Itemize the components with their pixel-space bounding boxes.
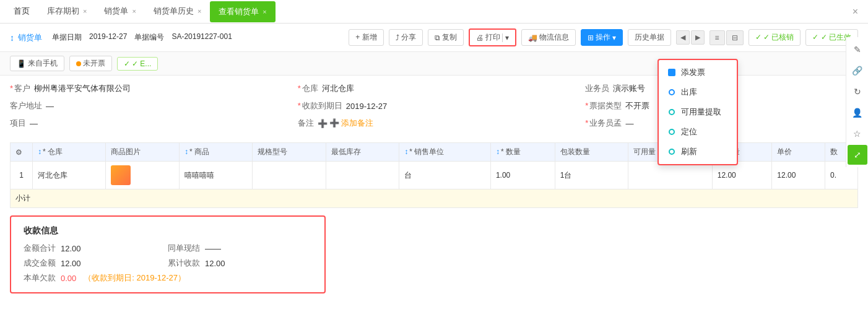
tab-sales-history[interactable]: 销货单历史 × (145, 1, 210, 23)
tab-home[interactable]: 首页 (5, 1, 38, 23)
grid-icon: ⊞ (588, 33, 594, 42)
salesperson-label: *业务员孟 (585, 118, 622, 129)
cumulative-payment-value: 12.00 (205, 259, 225, 268)
sidebar-edit-icon[interactable]: ✎ (848, 40, 867, 59)
prev-button[interactable]: ◀ (676, 30, 690, 45)
view-buttons: ≡ ⊟ (710, 30, 744, 45)
dropdown-add-invoice[interactable]: 添发票 (659, 63, 737, 82)
logistics-button[interactable]: 🚚 物流信息 (521, 29, 576, 46)
dropdown-locate[interactable]: 定位 (659, 122, 737, 142)
cancelled-button[interactable]: ✓ ✓ 已核销 (749, 29, 801, 46)
close-sales-order[interactable]: × (132, 7, 136, 15)
row-unit-price: 12.00 (772, 162, 825, 189)
copy-icon: ⧉ (435, 33, 440, 42)
ticket-type-value: 不开票 (625, 100, 649, 111)
from-phone-button[interactable]: 📱 来自手机 (10, 56, 64, 71)
col-product-img: 商品图片 (106, 143, 179, 162)
ship-out-icon (667, 88, 676, 97)
print-icon: 🖨 (476, 33, 484, 42)
row-product: 嘻嘻嘻嘻 (179, 162, 252, 189)
sidebar-star-icon[interactable]: ☆ (848, 124, 867, 144)
global-close-button[interactable]: × (848, 6, 863, 17)
ticket-type-label: *票据类型 (585, 100, 622, 111)
row-pack-qty: 1台 (555, 162, 628, 189)
phone-icon: 📱 (17, 59, 26, 68)
new-button[interactable]: + 新增 (349, 29, 383, 46)
subtotal-row: 小计 (11, 189, 858, 208)
print-dropdown-arrow[interactable]: ▾ (502, 33, 509, 42)
print-button[interactable]: 🖨 打印 ▾ (469, 28, 516, 46)
staff-value: 演示账号 (613, 83, 645, 94)
same-order-value: —— (205, 244, 221, 253)
add-note-icon: ➕ (318, 119, 328, 128)
col-settings[interactable]: ⚙ (11, 143, 33, 162)
customer-value: 柳州粤港平安气体有限公司 (34, 83, 131, 94)
due-row: 本单欠款 0.00 （收款到期日: 2019-12-27） (24, 272, 312, 284)
add-note-button[interactable]: ➕ ➕ 添加备注 (318, 118, 374, 129)
doc-type-label: 销货单 (18, 32, 42, 43)
col-unit-price: 单价 (772, 143, 825, 162)
col-warehouse: ↕* 仓库 (33, 143, 106, 162)
due-date-label: *收款到期日 (298, 100, 342, 111)
dropdown-ship-out[interactable]: 出库 (659, 82, 737, 102)
sidebar-person-icon[interactable]: 👤 (848, 103, 867, 123)
address-label: 客户地址 (10, 100, 42, 111)
row-warehouse: 河北仓库 (33, 162, 106, 189)
transaction-amount-label: 成交金额 (24, 258, 56, 269)
date-value: 2019-12-27 (89, 32, 127, 43)
customer-field: *客户 柳州粤港平安气体有限公司 (10, 83, 283, 94)
tab-sales-order[interactable]: 销货单 × (95, 1, 144, 23)
note-field: 备注 ➕ ➕ 添加备注 (298, 118, 571, 129)
sidebar-expand-icon[interactable]: ⤢ (848, 145, 867, 165)
tab-inventory-init[interactable]: 库存期初 × (38, 1, 95, 23)
customer-label: *客户 (10, 83, 30, 94)
row-quantity: 1.00 (490, 162, 555, 189)
dropdown-refresh[interactable]: 刷新 (659, 142, 737, 162)
operate-dropdown-arrow[interactable]: ▾ (612, 33, 616, 42)
tab-view-sales[interactable]: 查看销货单 × (210, 1, 275, 22)
address-field: 客户地址 — (10, 100, 283, 111)
col-quantity: ↕* 数量 (490, 143, 555, 162)
history-button[interactable]: 历史单据 (628, 29, 671, 46)
effective-check-icon: ✓ (812, 33, 818, 41)
truck-icon: 🚚 (528, 33, 537, 42)
staff-label: 业务员 (585, 83, 609, 94)
row-unit: 台 (399, 162, 491, 189)
nav-arrows: ◀ ▶ (676, 30, 705, 45)
next-button[interactable]: ▶ (691, 30, 705, 45)
close-sales-history[interactable]: × (197, 7, 201, 15)
same-order-label: 同单现结 (168, 243, 200, 254)
payment-section: 收款信息 金额合计 12.00 同单现结 —— 成交金额 12.00 累计收款 … (10, 215, 326, 293)
payment-title: 收款信息 (24, 225, 312, 237)
row-current-stock: 12.00 (712, 162, 772, 189)
share-button[interactable]: ⤴ 分享 (389, 29, 423, 46)
dropdown-available-qty[interactable]: 可用量提取 (659, 102, 737, 122)
list-view-button[interactable]: ≡ (710, 30, 725, 45)
salesperson-value: — (625, 119, 633, 128)
project-value: — (30, 119, 38, 128)
sales-order-icon: ↕ (10, 33, 14, 43)
not-open-button[interactable]: 未开票 (69, 56, 112, 71)
close-inventory-init[interactable]: × (83, 7, 87, 15)
operate-button[interactable]: ⊞ 操作 ▾ (581, 29, 623, 46)
close-view-sales[interactable]: × (263, 8, 266, 15)
col-spec: 规格型号 (253, 143, 326, 162)
col-min-stock: 最低库存 (326, 143, 399, 162)
grid-view-button[interactable]: ⊟ (726, 30, 744, 45)
check-e-button[interactable]: ✓ ✓ E... (117, 57, 158, 71)
cumulative-payment-label: 累计收款 (168, 258, 200, 269)
this-order-due-label: 本单欠款 (24, 272, 56, 284)
refresh-icon (667, 147, 676, 156)
sidebar-rotate-icon[interactable]: ↻ (848, 82, 867, 102)
row-available (628, 162, 712, 189)
warehouse-label: *仓库 (298, 83, 318, 94)
doc-header: ↕ 销货单 单据日期 2019-12-27 单据编号 SA-20191227-0… (0, 24, 868, 52)
check-icon: ✓ (755, 33, 762, 41)
col-unit: ↕* 销售单位 (399, 143, 491, 162)
copy-button[interactable]: ⧉ 复制 (428, 29, 464, 46)
warehouse-value: 河北仓库 (322, 83, 354, 94)
payment-rows: 金额合计 12.00 同单现结 —— 成交金额 12.00 累计收款 12.00… (24, 243, 312, 284)
sidebar-link-icon[interactable]: 🔗 (848, 61, 867, 80)
due-date-value: 2019-12-27 (346, 102, 388, 111)
total-amount-item: 金额合计 12.00 (24, 243, 168, 254)
